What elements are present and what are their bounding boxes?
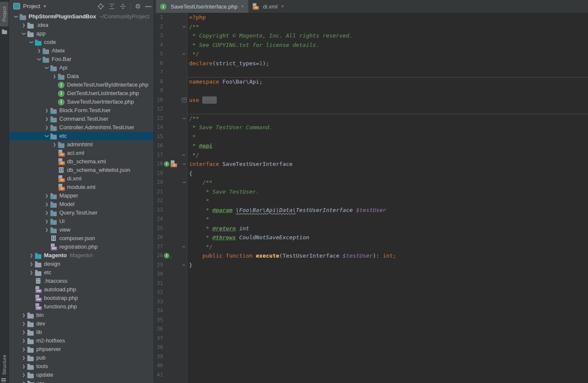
- implementations-icon[interactable]: I↓: [164, 253, 169, 258]
- related-xml-icon[interactable]: <>: [170, 160, 178, 167]
- expand-arrow[interactable]: ❯: [43, 106, 50, 115]
- code-line-36[interactable]: 36: [154, 325, 588, 334]
- code-line-24[interactable]: 24 *: [154, 215, 588, 224]
- tree-item-query-testuser[interactable]: ❯Query.TestUser: [9, 209, 154, 217]
- code-line-30[interactable]: 30: [154, 270, 588, 279]
- fold-marker-icon[interactable]: ❯: [179, 162, 189, 167]
- expand-arrow[interactable]: ❯: [35, 46, 43, 55]
- code-line-35[interactable]: 35: [154, 316, 588, 325]
- fold-marker-icon[interactable]: ❯: [179, 116, 189, 121]
- code-line-37[interactable]: 37: [154, 334, 588, 343]
- code-line-29[interactable]: 29❯}: [154, 261, 588, 270]
- tree-item-di-xml[interactable]: <>di.xml: [9, 174, 154, 183]
- expand-arrow[interactable]: ❯: [43, 133, 51, 140]
- tree-item-code[interactable]: ❯code: [9, 38, 154, 46]
- code-line-34[interactable]: 34: [154, 306, 588, 316]
- tree-item-m2-hotfixes[interactable]: ❯m2-hotfixes: [9, 337, 154, 345]
- code-line-12[interactable]: 12: [154, 104, 588, 114]
- expand-arrow[interactable]: ❯: [43, 64, 51, 72]
- code-line-6[interactable]: 6declare(strict_types=1);: [154, 59, 588, 68]
- tree-item-command-testuser[interactable]: ❯Command.TestUser: [9, 115, 154, 123]
- tree-item-functions-php[interactable]: PHPfunctions.php: [9, 302, 154, 311]
- code-line-39[interactable]: 39: [154, 352, 588, 362]
- expand-arrow[interactable]: ❯: [51, 140, 58, 149]
- fold-marker-icon[interactable]: +: [182, 98, 186, 102]
- code-line-8[interactable]: 8namespace Foo\Bar\Api;: [154, 77, 588, 87]
- tab-close-icon[interactable]: ✕: [281, 4, 284, 9]
- code-line-4[interactable]: 4 * See COPYING.txt for license details.: [154, 41, 588, 50]
- code-line-21[interactable]: 21 * Save TestUser.: [154, 187, 588, 197]
- editor-body[interactable]: 1<?php2❯/**3 * Copyright © Magento, Inc.…: [154, 13, 588, 383]
- tree-item-model[interactable]: ❯Model: [9, 200, 154, 209]
- code-line-38[interactable]: 38: [154, 343, 588, 352]
- code-line-33[interactable]: 33: [154, 297, 588, 307]
- tree-item-atwix[interactable]: ❯Atwix: [9, 46, 154, 55]
- tree-item-pub[interactable]: ❯pub: [9, 354, 154, 362]
- code-line-16[interactable]: 16 * @api: [154, 141, 588, 151]
- code-line-1[interactable]: 1<?php: [154, 13, 588, 22]
- fold-marker-icon[interactable]: ❯: [179, 180, 189, 185]
- code-line-27[interactable]: 27❯ */: [154, 242, 588, 252]
- tree-item-api[interactable]: ❯Api: [9, 64, 154, 72]
- tree-item-update[interactable]: ❯update: [9, 371, 154, 379]
- code-line-22[interactable]: 22 *: [154, 196, 588, 206]
- tree-item-acl-xml[interactable]: <>acl.xml: [9, 149, 154, 157]
- tree-item-foo-bar[interactable]: ❯Foo.Bar: [9, 55, 154, 64]
- expand-arrow[interactable]: ❯: [51, 72, 58, 81]
- expand-arrow[interactable]: ❯: [43, 226, 50, 234]
- expand-arrow[interactable]: ❯: [20, 345, 27, 354]
- tree-item-registration-php[interactable]: PHPregistration.php: [9, 243, 154, 251]
- tab-savetestuserinterface-php[interactable]: ISaveTestUserInterface.php✕: [156, 0, 248, 13]
- tree-item--htaccess[interactable]: .htaccess: [9, 277, 154, 285]
- code-line-31[interactable]: 31: [154, 279, 588, 288]
- gear-icon[interactable]: ⚙: [135, 3, 141, 10]
- tree-item-db-schema-xml[interactable]: <>db_schema.xml: [9, 157, 154, 166]
- code-line-19[interactable]: 19{: [154, 169, 588, 178]
- tree-item-var[interactable]: ❯var: [9, 379, 154, 383]
- chevron-down-icon[interactable]: ▼: [43, 4, 47, 9]
- code-line-15[interactable]: 15 *: [154, 132, 588, 142]
- implementations-icon[interactable]: I↓: [164, 161, 169, 167]
- expand-arrow[interactable]: ❯: [43, 200, 50, 209]
- expand-arrow[interactable]: ❯: [27, 39, 36, 46]
- code-line-41[interactable]: 41: [154, 371, 588, 380]
- collapse-all-button[interactable]: [108, 3, 115, 10]
- tree-item-composer-json[interactable]: {}composer.json: [9, 234, 154, 243]
- expand-arrow[interactable]: ❯: [20, 379, 27, 383]
- code-line-5[interactable]: 5❯ */: [154, 49, 588, 59]
- code-line-28[interactable]: 28I↓ public function execute(TestUserInt…: [154, 251, 588, 261]
- tree-item-lib[interactable]: ❯lib: [9, 328, 154, 337]
- expand-arrow[interactable]: ❯: [35, 56, 44, 63]
- tree-item-data[interactable]: ❯Data: [9, 72, 154, 81]
- code-line-20[interactable]: 20❯ /**: [154, 178, 588, 187]
- tree-item-view[interactable]: ❯view: [9, 226, 154, 234]
- tab-close-icon[interactable]: ✕: [241, 4, 245, 9]
- code-line-2[interactable]: 2❯/**: [154, 22, 588, 32]
- select-opened-file-button[interactable]: [97, 3, 104, 10]
- code-line-13[interactable]: 13❯/**: [154, 114, 588, 123]
- tree-item-db-schema-whitelist-json[interactable]: {}db_schema_whitelist.json: [9, 166, 154, 174]
- expand-all-button[interactable]: [119, 3, 126, 10]
- tree-item-bin[interactable]: ❯bin: [9, 311, 154, 319]
- code-line-10[interactable]: 10+use ...: [154, 96, 588, 105]
- expand-arrow[interactable]: ❯: [20, 328, 27, 337]
- expand-arrow[interactable]: ❯: [43, 209, 50, 217]
- tree-item--idea[interactable]: ❯.idea: [9, 21, 154, 29]
- expand-arrow[interactable]: ❯: [28, 268, 35, 277]
- tree-item-autoload-php[interactable]: PHPautoload.php: [9, 285, 154, 294]
- expand-arrow[interactable]: ❯: [43, 192, 50, 200]
- expand-arrow[interactable]: ❯: [43, 217, 50, 226]
- tree-item-phpstormpluginsandbox[interactable]: ❯PhpStormPluginSandBox~/CommunityProject: [9, 12, 154, 21]
- expand-arrow[interactable]: ❯: [28, 251, 35, 260]
- tree-item-design[interactable]: ❯design: [9, 260, 154, 268]
- tree-item-tools[interactable]: ❯tools: [9, 362, 154, 371]
- tree-item-dev[interactable]: ❯dev: [9, 319, 154, 328]
- expand-arrow[interactable]: ❯: [43, 115, 50, 123]
- fold-marker-icon[interactable]: ❯: [179, 262, 189, 267]
- fold-marker-icon[interactable]: ❯: [179, 244, 189, 249]
- project-tool-window-button[interactable]: Project: [0, 2, 9, 26]
- expand-arrow[interactable]: ❯: [20, 30, 28, 38]
- tree-item-bootstrap-php[interactable]: PHPbootstrap.php: [9, 294, 154, 302]
- tab-di-xml[interactable]: <>di.xml✕: [248, 0, 288, 13]
- expand-arrow[interactable]: ❯: [20, 21, 27, 29]
